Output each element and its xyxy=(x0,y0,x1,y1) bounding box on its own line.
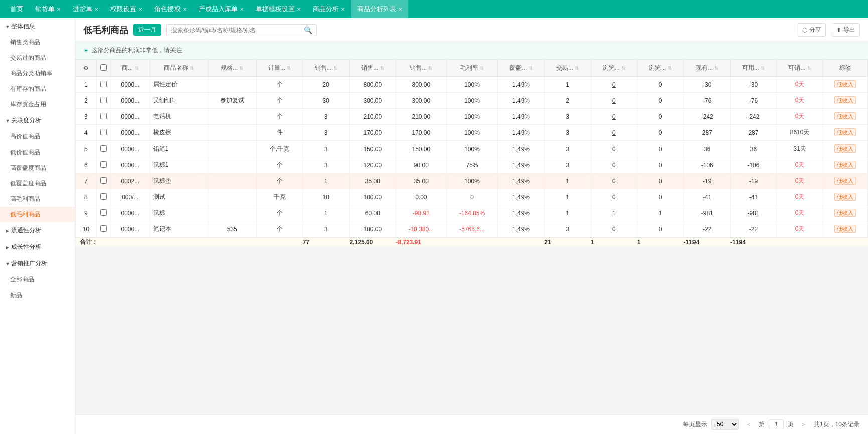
current-page[interactable]: 1 xyxy=(769,419,784,429)
col-gross-margin[interactable]: 毛利率 ⇅ xyxy=(446,60,497,77)
row-select-checkbox[interactable] xyxy=(100,145,107,152)
views1-link[interactable]: 0 xyxy=(612,194,616,201)
row-name[interactable]: 笔记本 xyxy=(150,221,208,238)
next-page-button[interactable]: ＞ xyxy=(798,419,810,430)
col-sales-amount[interactable]: 销售... ⇅ xyxy=(396,60,446,77)
nav-sales-close[interactable]: ✕ xyxy=(57,7,61,12)
row-select-checkbox[interactable] xyxy=(100,81,107,87)
nav-product-analysis-list-close[interactable]: ✕ xyxy=(398,7,402,12)
sidebar-section-overview[interactable]: ▾ 整体信息 xyxy=(0,18,75,35)
nav-permissions-close[interactable]: ✕ xyxy=(138,7,142,12)
row-select-checkbox[interactable] xyxy=(100,129,107,135)
row-views1[interactable]: 0 xyxy=(591,221,637,238)
search-icon[interactable]: 🔍 xyxy=(304,26,312,34)
nav-purchase-close[interactable]: ✕ xyxy=(94,7,98,12)
sidebar-item-high-margin[interactable]: 高毛利商品 xyxy=(0,191,75,207)
row-name[interactable]: 鼠标1 xyxy=(150,157,208,173)
nav-template-close[interactable]: ✕ xyxy=(297,7,301,12)
views1-link[interactable]: 0 xyxy=(612,97,616,104)
sidebar-section-liquidity[interactable]: ▸ 流通性分析 xyxy=(0,222,75,239)
nav-template[interactable]: 单据模板设置 ✕ xyxy=(250,0,307,18)
sidebar-item-high-value[interactable]: 高价值商品 xyxy=(0,129,75,144)
col-sales-price[interactable]: 销售... ⇅ xyxy=(350,60,396,77)
row-name[interactable]: 电话机 xyxy=(150,109,208,125)
sidebar-item-low-value[interactable]: 低价值商品 xyxy=(0,144,75,160)
col-unit[interactable]: 计量... ⇅ xyxy=(256,60,303,77)
row-views1[interactable]: 0 xyxy=(591,125,637,141)
nav-purchase[interactable]: 进货单 ✕ xyxy=(67,0,104,18)
nav-permissions[interactable]: 权限设置 ✕ xyxy=(104,0,148,18)
row-select-checkbox[interactable] xyxy=(100,161,107,168)
nav-product-entry-close[interactable]: ✕ xyxy=(240,7,244,12)
sidebar-section-correlation[interactable]: ▾ 关联度分析 xyxy=(0,112,75,129)
col-code[interactable]: 商... ⇅ xyxy=(110,60,150,77)
nav-sales[interactable]: 销货单 ✕ xyxy=(29,0,67,18)
nav-roles-close[interactable]: ✕ xyxy=(183,7,187,12)
row-name[interactable]: 鼠标 xyxy=(150,205,208,221)
row-name[interactable]: 吴细细1 xyxy=(150,93,208,109)
views1-link[interactable]: 1 xyxy=(612,210,616,217)
col-coverage[interactable]: 覆盖... ⇅ xyxy=(498,60,545,77)
row-name[interactable]: 铅笔1 xyxy=(150,141,208,157)
col-transactions[interactable]: 交易... ⇅ xyxy=(544,60,591,77)
row-checkbox[interactable] xyxy=(96,189,110,205)
row-checkbox[interactable] xyxy=(96,205,110,221)
row-checkbox[interactable] xyxy=(96,141,110,157)
row-checkbox[interactable] xyxy=(96,157,110,173)
sidebar-section-marketing[interactable]: ▾ 营销推广分析 xyxy=(0,255,75,272)
row-checkbox[interactable] xyxy=(96,109,110,125)
select-all-checkbox[interactable] xyxy=(100,64,107,71)
per-page-select[interactable]: 50 100 200 xyxy=(711,419,739,430)
sidebar-item-category-sales-rate[interactable]: 商品分类助销率 xyxy=(0,66,75,81)
nav-product-analysis-list[interactable]: 商品分析列表 ✕ xyxy=(351,0,408,18)
prev-page-button[interactable]: ＜ xyxy=(743,419,755,430)
row-select-checkbox[interactable] xyxy=(100,97,107,103)
views1-link[interactable]: 0 xyxy=(612,178,616,185)
sidebar-item-sales-products[interactable]: 销售类商品 xyxy=(0,35,75,50)
nav-product-analysis-close[interactable]: ✕ xyxy=(341,7,345,12)
nav-roles[interactable]: 角色授权 ✕ xyxy=(148,0,193,18)
filter-recent-month-button[interactable]: 近一月 xyxy=(133,24,161,36)
col-current-stock[interactable]: 现有... ⇅ xyxy=(683,60,730,77)
row-views1[interactable]: 0 xyxy=(591,109,637,125)
col-sellable-days[interactable]: 可销... ⇅ xyxy=(777,60,823,77)
row-select-checkbox[interactable] xyxy=(100,209,107,216)
row-checkbox[interactable] xyxy=(96,93,110,109)
search-input[interactable] xyxy=(171,27,304,34)
row-checkbox[interactable] xyxy=(96,173,110,189)
sidebar-section-growth[interactable]: ▸ 成长性分析 xyxy=(0,239,75,255)
nav-home[interactable]: 首页 xyxy=(4,0,29,18)
row-select-checkbox[interactable] xyxy=(100,193,107,200)
row-checkbox[interactable] xyxy=(96,125,110,141)
row-checkbox[interactable] xyxy=(96,221,110,238)
col-spec[interactable]: 规格... ⇅ xyxy=(208,60,256,77)
row-views1[interactable]: 1 xyxy=(591,205,637,221)
row-name[interactable]: 测试 xyxy=(150,189,208,205)
views1-link[interactable]: 0 xyxy=(612,81,616,88)
col-available-stock[interactable]: 可用... ⇅ xyxy=(730,60,777,77)
col-select-all[interactable] xyxy=(96,60,110,77)
nav-product-analysis[interactable]: 商品分析 ✕ xyxy=(307,0,351,18)
row-views1[interactable]: 0 xyxy=(591,189,637,205)
row-name[interactable]: 橡皮擦 xyxy=(150,125,208,141)
row-select-checkbox[interactable] xyxy=(100,177,107,184)
views1-link[interactable]: 0 xyxy=(612,162,616,169)
row-views1[interactable]: 0 xyxy=(591,141,637,157)
row-select-checkbox[interactable] xyxy=(100,113,107,119)
sidebar-item-stock-funds[interactable]: 库存资金占用 xyxy=(0,97,75,112)
views1-link[interactable]: 0 xyxy=(612,113,616,120)
col-views1[interactable]: 浏览... ⇅ xyxy=(591,60,637,77)
row-select-checkbox[interactable] xyxy=(100,225,107,232)
sidebar-item-new-products[interactable]: 新品 xyxy=(0,287,75,303)
row-checkbox[interactable] xyxy=(96,77,110,93)
col-name[interactable]: 商品名称 ⇅ xyxy=(150,60,208,77)
col-settings[interactable]: ⚙ xyxy=(76,60,97,77)
views1-link[interactable]: 0 xyxy=(612,146,616,153)
sidebar-item-low-coverage[interactable]: 低覆盖度商品 xyxy=(0,176,75,191)
row-views1[interactable]: 0 xyxy=(591,93,637,109)
sidebar-item-in-stock[interactable]: 有库存的商品 xyxy=(0,81,75,97)
col-sales-qty[interactable]: 销售... ⇅ xyxy=(303,60,350,77)
sidebar-item-high-coverage[interactable]: 高覆盖度商品 xyxy=(0,160,75,176)
row-name[interactable]: 鼠标垫 xyxy=(150,173,208,189)
sidebar-item-all-products[interactable]: 全部商品 xyxy=(0,272,75,287)
